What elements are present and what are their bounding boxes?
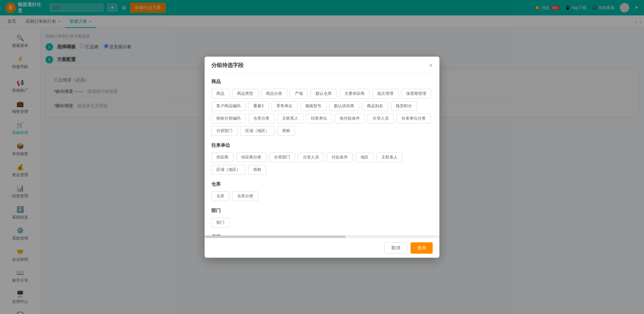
field-tag-warehouse-cat[interactable]: 仓库分类 xyxy=(232,191,258,201)
field-tag-supplier-category[interactable]: 供应商分类 xyxy=(236,152,266,162)
field-tag-department[interactable]: 部门 xyxy=(211,218,229,228)
field-tag-partner-abbr[interactable]: 简称 xyxy=(248,165,266,175)
section-warehouse: 仓库 仓库 仓库分类 xyxy=(211,181,433,201)
section-department: 部门 部门 xyxy=(211,208,433,228)
field-tag-goods-category[interactable]: 商品分类 xyxy=(261,89,287,99)
field-tag-settlement-unit[interactable]: 结算单位 xyxy=(306,114,332,123)
field-tag-goods-alias[interactable]: 商品别名 xyxy=(362,101,388,111)
field-tag-weight3[interactable]: 重量3 xyxy=(248,101,269,111)
field-tag-manager[interactable]: 分管人员 xyxy=(368,114,394,123)
field-tag-partner-contact[interactable]: 主联系人 xyxy=(376,152,402,162)
section-partner-tags: 供应商 供应商分类 分管部门 分管人员 付款条件 地区 主联系人 区域（地区） … xyxy=(211,152,433,175)
field-tag-goods-type[interactable]: 商品类型 xyxy=(232,89,258,99)
field-tag-supplier[interactable]: 供应商 xyxy=(211,152,233,162)
confirm-button[interactable]: 查询 xyxy=(411,242,433,254)
field-tag-main-supplier[interactable]: 主要供应商 xyxy=(339,89,370,99)
section-goods: 商品 商品 商品类型 商品分类 产地 默认仓库 主要供应商 批次管理 保质期管理… xyxy=(211,79,433,136)
section-warehouse-title: 仓库 xyxy=(211,181,433,187)
field-tag-default-supplier[interactable]: 默认供应商 xyxy=(329,101,359,111)
cancel-button[interactable]: 取消 xyxy=(384,242,407,254)
modal-overlay: 分组待选字段 × 商品 商品 商品类型 商品分类 产地 默认仓库 主要供应商 批… xyxy=(0,0,644,314)
section-goods-title: 商品 xyxy=(211,79,433,85)
field-tag-partner-payment[interactable]: 付款条件 xyxy=(327,152,353,162)
field-tag-region[interactable]: 区域（地区） xyxy=(240,126,274,136)
field-tag-customer-code[interactable]: 客户商品编码 xyxy=(211,101,246,111)
field-tag-partner-region[interactable]: 区域（地区） xyxy=(211,165,246,175)
field-tag-warehouse[interactable]: 仓库 xyxy=(211,191,229,201)
modal-close-button[interactable]: × xyxy=(429,62,433,69)
field-tag-abbr[interactable]: 简称 xyxy=(277,126,295,136)
field-tag-partner-dept[interactable]: 分管部门 xyxy=(269,152,295,162)
field-tag-retail-unit[interactable]: 零售单位 xyxy=(271,101,298,111)
section-department-tags: 部门 xyxy=(211,218,433,228)
field-tag-spec-model[interactable]: 规格型号 xyxy=(300,101,326,111)
field-tag-payment-terms[interactable]: 收付款条件 xyxy=(335,114,365,123)
modal-header: 分组待选字段 × xyxy=(205,57,439,73)
field-tag-origin[interactable]: 产地 xyxy=(290,89,308,99)
field-tag-batch-mgmt[interactable]: 批次管理 xyxy=(372,89,398,99)
field-tag-partner-manager[interactable]: 分管人员 xyxy=(298,152,324,162)
modal: 分组待选字段 × 商品 商品 商品类型 商品分类 产地 默认仓库 主要供应商 批… xyxy=(205,57,439,258)
field-tag-default-warehouse[interactable]: 默认仓库 xyxy=(311,89,337,99)
modal-footer: 取消 查询 xyxy=(205,238,439,258)
field-tag-partner-area[interactable]: 地区 xyxy=(356,152,374,162)
field-tag-partner-category[interactable]: 往来单位分类 xyxy=(396,114,431,123)
field-tag-main-contact[interactable]: 主联系人 xyxy=(277,114,303,123)
modal-body: 商品 商品 商品类型 商品分类 产地 默认仓库 主要供应商 批次管理 保质期管理… xyxy=(205,73,439,236)
field-tag-dept[interactable]: 分管部门 xyxy=(211,126,237,136)
section-warehouse-tags: 仓库 仓库分类 xyxy=(211,191,433,201)
field-tag-pick-points[interactable]: 拣货积分 xyxy=(391,101,417,111)
section-goods-tags: 商品 商品类型 商品分类 产地 默认仓库 主要供应商 批次管理 保质期管理 客户… xyxy=(211,89,433,136)
section-partner-title: 往来单位 xyxy=(211,142,433,148)
modal-title: 分组待选字段 xyxy=(211,62,244,69)
hscroll-thumb xyxy=(205,236,345,238)
section-department-title: 部门 xyxy=(211,208,433,214)
field-tag-quality-mgmt[interactable]: 保质期管理 xyxy=(401,89,431,99)
field-tag-tax-code[interactable]: 税收分类编码 xyxy=(211,114,246,123)
section-partner: 往来单位 供应商 供应商分类 分管部门 分管人员 付款条件 地区 主联系人 区域… xyxy=(211,142,433,175)
modal-horizontal-scrollbar[interactable] xyxy=(205,235,439,238)
field-tag-goods[interactable]: 商品 xyxy=(211,89,229,99)
field-tag-warehouse-category[interactable]: 仓库分类 xyxy=(248,114,274,123)
